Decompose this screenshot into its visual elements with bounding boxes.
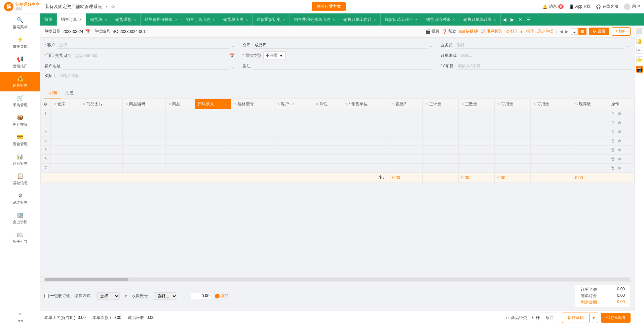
row-3-attributes[interactable]	[313, 127, 342, 136]
settings-btn[interactable]: ⚙ 设置	[589, 28, 609, 35]
profit-forecast-btn[interactable]: 📈 毛利预告	[481, 29, 503, 34]
row-3-main-qty[interactable]	[458, 127, 494, 136]
row-6-delete-btn[interactable]: 🗑	[611, 157, 615, 161]
row-1-customer-code[interactable]	[274, 109, 313, 118]
sidebar-item-sales[interactable]: 💰 销售管理	[0, 72, 40, 91]
row-1-warehouse[interactable]	[51, 109, 80, 118]
row-2-customer-code[interactable]	[274, 118, 313, 127]
row-3-copy-btn[interactable]: ⊕	[618, 129, 621, 134]
row-6-copy-btn[interactable]: ⊕	[618, 157, 621, 161]
row-2-sales-unit[interactable]	[342, 118, 389, 127]
sidebar-item-inventory[interactable]: 📦 库存核算	[0, 111, 40, 130]
sidebar-item-finance[interactable]: 💳 资金管理	[0, 130, 40, 150]
row-1-main-qty[interactable]	[458, 109, 494, 118]
customer-input[interactable]	[57, 42, 229, 49]
prev-record-btn[interactable]: ◀	[560, 29, 563, 34]
tab-menu-btn[interactable]: ☰	[524, 17, 533, 22]
tab-close-sales-workbench[interactable]: ✕	[374, 18, 376, 22]
invoice-type-select[interactable]: 不开票 ▼	[263, 51, 286, 60]
tab-mingxi[interactable]: 明细	[44, 88, 61, 98]
row-2-qty2[interactable]	[389, 118, 422, 127]
one-click-label[interactable]: 一键收订金	[44, 293, 70, 299]
tab-huizong[interactable]: 汇总	[61, 88, 78, 98]
row-2-product[interactable]	[165, 118, 195, 127]
discard-button[interactable]: 放弃	[540, 313, 559, 323]
operations-btn[interactable]: 操作	[526, 29, 534, 34]
tab-sales-refund-history[interactable]: 销货退货历史 ✕	[253, 13, 290, 26]
tab-close-sales-refund[interactable]: ✕	[134, 18, 136, 22]
row-2-spec[interactable]	[231, 118, 274, 127]
row-3-delete-btn[interactable]: 🗑	[611, 129, 615, 134]
tab-sales-refund[interactable]: 销货退货 ✕	[111, 13, 141, 26]
right-panel-icon-5[interactable]: 📷	[636, 66, 643, 73]
tab-close-all-btn[interactable]: ✕	[516, 17, 524, 22]
staff-input[interactable]	[455, 42, 625, 49]
tab-sales-return-history[interactable]: 销货单历史 ✕	[219, 13, 253, 26]
dropdown-icon[interactable]: ▼	[105, 5, 108, 8]
tab-close-credit-daily[interactable]: ✕	[415, 18, 418, 22]
scrollbar-thumb[interactable]	[44, 278, 128, 281]
notification-btn[interactable]: 🔔 消息 9	[542, 4, 564, 9]
print-dropdown-icon[interactable]: ▼	[520, 29, 524, 34]
remark-input[interactable]	[253, 63, 432, 70]
tab-close-expense-split[interactable]: ✕	[175, 18, 178, 22]
row-1-qty2[interactable]	[389, 109, 422, 118]
add-payment-btn[interactable]: + 添加	[215, 293, 228, 299]
settings-icon[interactable]: ⚙	[111, 3, 115, 10]
video-btn[interactable]: 🎬 视频	[425, 29, 440, 34]
sidebar-item-system[interactable]: ⚙ 系统管理	[0, 189, 40, 208]
tab-close-sales-order-history[interactable]: ✕	[212, 18, 215, 22]
user-btn[interactable]: 用户	[624, 3, 640, 10]
row-1-attributes[interactable]	[313, 109, 342, 118]
row-2-warehouse[interactable]	[51, 118, 80, 127]
date-picker-icon[interactable]: 📅	[229, 53, 234, 58]
a-project-input[interactable]	[456, 63, 631, 70]
row-7-copy-btn[interactable]: ⊕	[618, 166, 621, 170]
row-3-customer-code[interactable]	[274, 127, 313, 136]
row-2-product-code[interactable]	[123, 118, 165, 127]
row-1-delete-btn[interactable]: 🗑	[611, 111, 615, 116]
b-project-input[interactable]	[57, 72, 179, 79]
print-btn[interactable]: 🖨 打印 ▼	[505, 29, 524, 34]
tab-sales-order[interactable]: 销售订单 ✕	[57, 13, 86, 26]
delivery-date-input[interactable]	[73, 52, 228, 59]
next-record-btn[interactable]: ▶	[565, 29, 568, 34]
tab-close-return-history[interactable]: ✕	[245, 18, 248, 22]
row-3-qty2[interactable]	[389, 127, 422, 136]
sidebar-item-enterprise[interactable]: 🏢 企业协同	[0, 208, 40, 228]
goods-count-icon[interactable]: ⊙	[506, 316, 509, 320]
sidebar-item-basic-info[interactable]: 📋 基础信息	[0, 169, 40, 189]
row-4-delete-btn[interactable]: 🗑	[611, 138, 615, 143]
row-1-spec[interactable]	[231, 109, 274, 118]
tab-sales-workbench[interactable]: 销售订单工作台 ✕	[339, 13, 381, 26]
calendar-icon[interactable]: 📅	[85, 29, 90, 34]
tab-sales-order-history[interactable]: 销售订单历史 ✕	[182, 13, 219, 26]
sidebar-collapse-btn[interactable]: ◀◀	[17, 319, 23, 322]
sidebar-item-operations[interactable]: 📊 经营管理	[0, 150, 40, 169]
sidebar-item-purchase[interactable]: 🛒 采购管理	[0, 91, 40, 111]
right-panel-icon-2[interactable]: 🔔	[636, 38, 643, 44]
row-4-copy-btn[interactable]: ⊕	[618, 138, 621, 143]
sidebar-item-search[interactable]: 🔍 搜索菜单	[0, 13, 40, 33]
add-material-btn[interactable]: + 物料	[612, 27, 631, 36]
tab-credit-daily[interactable]: 钱货日清工作台 ✕	[381, 13, 422, 26]
one-click-checkbox[interactable]	[44, 294, 49, 298]
customer-more-btn[interactable]: …	[230, 43, 234, 48]
row-3-product[interactable]	[165, 127, 195, 136]
tab-close-sales-stats[interactable]: ✕	[494, 18, 496, 22]
help-btn[interactable]: ❓ 帮助	[442, 29, 456, 34]
row-3-product-code[interactable]	[123, 127, 165, 136]
account-more-btn[interactable]: …	[183, 294, 187, 298]
row-2-attributes[interactable]	[313, 118, 342, 127]
row-3-warehouse[interactable]	[51, 127, 80, 136]
row-1-product-code[interactable]	[123, 109, 165, 118]
history-btn[interactable]: 历史单据	[537, 29, 553, 34]
row-5-copy-btn[interactable]: ⊕	[618, 148, 621, 152]
col-settings[interactable]: ⚙	[41, 99, 51, 109]
tab-prev-btn[interactable]: ◀	[501, 17, 508, 22]
sidebar-item-marketing[interactable]: 📢 营销推广	[0, 52, 40, 72]
row-2-main-qty[interactable]	[458, 118, 494, 127]
row-1-product[interactable]	[165, 109, 195, 118]
row-7-delete-btn[interactable]: 🗑	[611, 166, 615, 170]
horizontal-scrollbar[interactable]	[40, 277, 635, 281]
